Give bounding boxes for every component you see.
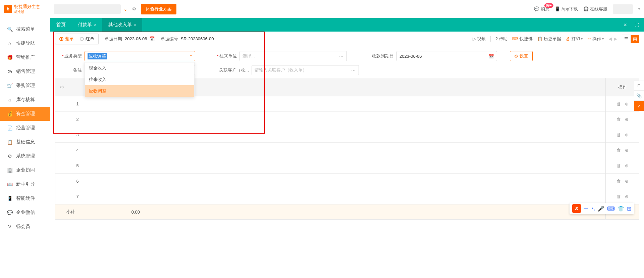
sidebar-icon: 🎁 [7, 54, 13, 60]
operate-link[interactable]: ⚏操作▾ [587, 36, 604, 42]
table-row[interactable]: 2 [55, 112, 605, 127]
dropdown-option[interactable]: 应收调整 [85, 85, 194, 97]
ime-dot-icon[interactable]: •, [592, 205, 595, 212]
ops-row: 🗑⊕ [606, 189, 639, 204]
dropdown-option[interactable]: 往来收入 [85, 74, 194, 85]
table-row[interactable]: 5 [55, 158, 605, 174]
add-icon[interactable]: ⊕ [625, 132, 629, 137]
page-tab[interactable]: 付款单× [72, 18, 102, 32]
add-icon[interactable]: ⊕ [625, 117, 629, 122]
keyboard-icon[interactable]: ⌨ [607, 205, 615, 212]
delete-icon[interactable]: 🗑 [616, 101, 621, 106]
sidebar-item[interactable]: 🛍销售管理 [0, 64, 50, 79]
add-icon[interactable]: ⊕ [625, 194, 629, 199]
add-icon[interactable]: ⊕ [625, 148, 629, 153]
expand-tab-icon[interactable]: ⤢ [634, 101, 644, 111]
form-view-icon[interactable]: ▤ [631, 35, 639, 43]
logo: b 畅捷通好生意 标准版 [4, 4, 51, 14]
ime-lang[interactable]: 中 [584, 205, 589, 212]
sidebar-item[interactable]: ⌂快捷导航 [0, 36, 50, 50]
radio-icon [80, 37, 84, 41]
dropdown-option[interactable]: 现金收入 [85, 62, 194, 74]
sidebar-item[interactable]: 📱智能硬件 [0, 191, 50, 205]
delete-icon[interactable]: 🗑 [616, 163, 621, 168]
list-view-icon[interactable]: ☰ [622, 35, 631, 43]
add-icon[interactable]: ⊕ [625, 163, 629, 168]
red-doc-radio[interactable]: 红单 [78, 35, 96, 43]
table-row[interactable]: 4 [55, 143, 605, 158]
sidebar-item[interactable]: 📄经营管理 [0, 121, 50, 135]
online-support-link[interactable]: 🎧 在线客服 [583, 6, 607, 12]
sidebar-item[interactable]: 💰资金管理 [0, 107, 50, 121]
close-icon[interactable]: × [134, 22, 136, 27]
gear-icon: ⚙ [514, 54, 518, 59]
page-tab[interactable]: 首页 [50, 18, 72, 32]
due-date-input[interactable]: 2023-06-06 📅 [396, 51, 497, 61]
sidebar-item-label: 采购管理 [16, 83, 35, 89]
next-icon[interactable]: ▶ [614, 36, 617, 41]
table-row[interactable]: 1 [55, 96, 605, 112]
help-link[interactable]: ?帮助 [495, 36, 507, 42]
party-select[interactable]: 选择... ⋯ [239, 51, 347, 61]
delete-icon[interactable]: 🗑 [616, 117, 621, 122]
party-group: *往来单位 选择... ⋯ [215, 51, 360, 61]
settings-button[interactable]: ⚙ 设置 [510, 51, 533, 61]
sidebar-item[interactable]: 🎁营销推广 [0, 50, 50, 64]
page-tab[interactable]: 其他收入单× [102, 18, 142, 32]
sidebar-item[interactable]: 📋基础信息 [0, 135, 50, 149]
row-number: 3 [69, 132, 86, 137]
clip-tab-icon[interactable]: 📎 [634, 91, 644, 101]
biz-type-select[interactable]: 应收调整 ⌃ 现金收入往来收入应收调整 [85, 51, 195, 61]
delete-icon[interactable]: 🗑 [616, 148, 621, 153]
table-row[interactable]: 6 [55, 174, 605, 189]
blue-doc-radio[interactable]: 蓝单 [58, 35, 75, 43]
sogou-ime-icon[interactable]: S [572, 204, 581, 213]
note-tab-icon[interactable]: 🗒 [634, 81, 644, 91]
avatar[interactable] [613, 4, 633, 14]
delete-icon[interactable]: 🗑 [616, 132, 621, 137]
table-row[interactable]: 3 [55, 127, 605, 143]
shortcut-link[interactable]: ⌨快捷键 [512, 36, 533, 42]
print-link[interactable]: 🖨打印▾ [566, 36, 583, 42]
calendar-icon[interactable]: 📅 [149, 36, 155, 41]
add-icon[interactable]: ⊕ [625, 101, 629, 106]
sidebar-item-label: 企业协同 [16, 167, 35, 173]
video-link[interactable]: ▷视频 [473, 36, 486, 42]
sidebar-item[interactable]: ⌂库存核算 [0, 93, 50, 107]
delete-icon[interactable]: 🗑 [616, 179, 621, 184]
shirt-icon[interactable]: 👕 [618, 205, 624, 212]
link-customer-input[interactable]: 请输入关联客户（收入单） ⋯ [252, 65, 359, 75]
sidebar-item[interactable]: 🔍搜索菜单 [0, 22, 50, 36]
add-icon[interactable]: ⊕ [625, 179, 629, 184]
chevron-down-icon[interactable]: ⌄ [123, 6, 127, 12]
grid-icon[interactable]: ⊞ [627, 205, 631, 212]
company-selector[interactable] [54, 4, 121, 14]
sidebar-item[interactable]: 🏢企业协同 [0, 163, 50, 177]
sidebar-icon: 📋 [7, 139, 13, 145]
more-icon[interactable]: ⋯ [339, 54, 344, 59]
logo-subtitle: 标准版 [14, 10, 40, 14]
mic-icon[interactable]: 🎤 [598, 205, 604, 212]
expand-icon[interactable]: ⛶ [633, 21, 641, 29]
prev-icon[interactable]: ◀ [608, 36, 612, 41]
sidebar-item[interactable]: V畅会员 [0, 220, 50, 234]
sidebar-item[interactable]: 💬企业微信 [0, 205, 50, 220]
trial-industry-button[interactable]: 体验行业方案 [141, 4, 176, 14]
gear-icon[interactable]: ⚙ [132, 6, 136, 11]
sidebar-item[interactable]: 🛒采购管理 [0, 79, 50, 93]
close-icon[interactable]: ✕ [621, 21, 629, 29]
delete-icon[interactable]: 🗑 [616, 194, 621, 199]
sidebar-item[interactable]: 📖新手引导 [0, 177, 50, 191]
chevron-down-icon[interactable]: ▾ [638, 7, 640, 11]
table-row[interactable]: 7 [55, 189, 605, 204]
history-link[interactable]: 📋历史单据 [537, 36, 561, 42]
more-icon[interactable]: ⋯ [351, 68, 356, 73]
sidebar-item-label: 营销推广 [16, 54, 35, 60]
app-download-link[interactable]: 📱 App下载 [555, 6, 578, 12]
table-settings-icon[interactable]: ⚙ [55, 85, 69, 90]
close-icon[interactable]: × [94, 22, 96, 27]
sidebar-item-label: 资金管理 [16, 111, 35, 117]
messages-link[interactable]: 💬 消息 99+ [534, 6, 549, 12]
sidebar-item[interactable]: ⚙系统管理 [0, 149, 50, 163]
sidebar-item-label: 系统管理 [16, 153, 35, 159]
